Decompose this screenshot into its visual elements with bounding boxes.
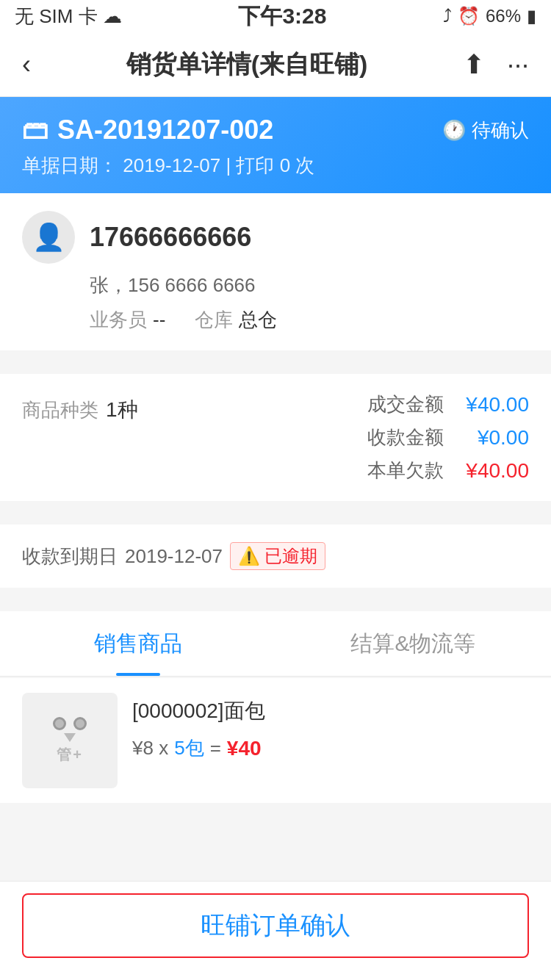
due-label: 收款到期日 bbox=[22, 544, 118, 569]
product-thumbnail: 管+ bbox=[22, 693, 118, 788]
amount-value-2: ¥40.00 bbox=[455, 459, 529, 483]
price-total: ¥40 bbox=[227, 737, 262, 760]
order-date: 单据日期： 2019-12-07 | 打印 0 次 bbox=[22, 153, 529, 179]
product-info: [0000002]面包 ¥8 x 5包 = ¥40 bbox=[132, 693, 529, 761]
battery-icon: ▮ bbox=[527, 6, 536, 26]
customer-top: 👤 17666666666 bbox=[22, 211, 529, 264]
order-doc-icon: 🗃 bbox=[22, 115, 48, 145]
nav-bar: ‹ 销货单详情(来自旺铺) ⬆ ··· bbox=[0, 32, 551, 97]
warehouse-value: 总仓 bbox=[239, 307, 277, 333]
customer-name: 张，156 6666 6666 bbox=[22, 273, 529, 298]
product-name: [0000002]面包 bbox=[132, 697, 529, 725]
divider-2 bbox=[0, 513, 551, 525]
goods-type-label: 商品种类 bbox=[22, 397, 98, 423]
owl-beak bbox=[64, 733, 76, 742]
order-status: 🕐 待确认 bbox=[442, 118, 529, 143]
amount-section: 商品种类 1种 成交金额 ¥40.00 收款金额 ¥0.00 本单欠款 ¥40.… bbox=[0, 374, 551, 501]
amounts-list: 成交金额 ¥40.00 收款金额 ¥0.00 本单欠款 ¥40.00 bbox=[367, 392, 529, 483]
price-base: ¥8 x bbox=[132, 737, 168, 760]
goods-type: 商品种类 1种 bbox=[22, 392, 138, 424]
salesperson-value: -- bbox=[153, 309, 165, 331]
customer-meta: 业务员 -- 仓库 总仓 bbox=[22, 307, 529, 333]
order-header: 🗃 SA-20191207-002 🕐 待确认 单据日期： 2019-12-07… bbox=[0, 97, 551, 193]
person-icon: 👤 bbox=[32, 222, 65, 253]
divider-3 bbox=[0, 599, 551, 611]
tab-label-1: 结算&物流等 bbox=[350, 629, 475, 659]
amount-row-0: 成交金额 ¥40.00 bbox=[367, 392, 529, 417]
price-qty: 5包 bbox=[174, 735, 204, 761]
salesperson-field: 业务员 -- bbox=[90, 307, 165, 333]
customer-section: 👤 17666666666 张，156 6666 6666 业务员 -- 仓库 … bbox=[0, 193, 551, 350]
confirm-order-button[interactable]: 旺铺订单确认 bbox=[22, 893, 529, 958]
page-title: 销货单详情(来自旺铺) bbox=[126, 48, 368, 82]
warehouse-field: 仓库 总仓 bbox=[195, 307, 277, 333]
tabs-section: 销售商品 结算&物流等 bbox=[0, 611, 551, 677]
battery-text: 66% bbox=[486, 6, 521, 26]
back-button[interactable]: ‹ bbox=[22, 49, 31, 80]
owl-eyes bbox=[53, 717, 87, 730]
tabs: 销售商品 结算&物流等 bbox=[0, 611, 551, 676]
tab-sales-goods[interactable]: 销售商品 bbox=[0, 611, 276, 676]
status-right: ⤴ ⏰ 66% ▮ bbox=[443, 6, 536, 26]
bottom-bar: 旺铺订单确认 bbox=[0, 881, 551, 980]
owl-logo: 管+ bbox=[53, 717, 87, 765]
nav-actions: ⬆ ··· bbox=[463, 49, 529, 80]
navigation-icon: ⤴ bbox=[443, 6, 452, 26]
avatar: 👤 bbox=[22, 211, 75, 264]
status-bar: 无 SIM 卡 ☁ 下午3:28 ⤴ ⏰ 66% ▮ bbox=[0, 0, 551, 32]
status-left: 无 SIM 卡 ☁ bbox=[15, 4, 122, 29]
tab-settlement[interactable]: 结算&物流等 bbox=[276, 611, 551, 676]
overdue-badge: ⚠️ 已逾期 bbox=[230, 542, 325, 570]
alarm-icon: ⏰ bbox=[458, 6, 480, 26]
amount-label-2: 本单欠款 bbox=[367, 458, 444, 483]
overdue-text: 已逾期 bbox=[264, 544, 317, 568]
due-date: 2019-12-07 bbox=[125, 545, 223, 568]
tab-label-0: 销售商品 bbox=[94, 629, 182, 659]
order-header-top: 🗃 SA-20191207-002 🕐 待确认 bbox=[22, 115, 529, 145]
warning-icon: ⚠️ bbox=[238, 546, 260, 566]
amount-row-2: 本单欠款 ¥40.00 bbox=[367, 458, 529, 483]
amount-label-0: 成交金额 bbox=[367, 392, 444, 417]
more-icon[interactable]: ··· bbox=[507, 49, 529, 80]
divider-1 bbox=[0, 362, 551, 374]
status-text: 待确认 bbox=[472, 118, 529, 143]
clock-icon: 🕐 bbox=[442, 119, 466, 142]
product-image: 管+ bbox=[22, 693, 118, 788]
salesperson-label: 业务员 bbox=[90, 307, 147, 333]
goods-type-value: 1种 bbox=[106, 396, 138, 424]
amount-value-0: ¥40.00 bbox=[455, 393, 529, 417]
share-icon[interactable]: ⬆ bbox=[463, 49, 485, 80]
price-equals: = bbox=[210, 737, 221, 760]
status-time: 下午3:28 bbox=[238, 1, 326, 32]
product-section: 管+ [0000002]面包 ¥8 x 5包 = ¥40 bbox=[0, 678, 551, 803]
owl-text: 管+ bbox=[57, 745, 83, 765]
order-number: 🗃 SA-20191207-002 bbox=[22, 115, 273, 145]
tab-underline bbox=[116, 673, 160, 676]
amount-value-1: ¥0.00 bbox=[455, 426, 529, 450]
amount-row-1: 收款金额 ¥0.00 bbox=[367, 425, 529, 450]
sim-text: 无 SIM 卡 ☁ bbox=[15, 4, 122, 29]
due-section: 收款到期日 2019-12-07 ⚠️ 已逾期 bbox=[0, 525, 551, 588]
amount-label-1: 收款金额 bbox=[367, 425, 444, 450]
owl-eye-left bbox=[53, 717, 66, 730]
owl-eye-right bbox=[73, 717, 87, 730]
product-item: 管+ [0000002]面包 ¥8 x 5包 = ¥40 bbox=[22, 693, 529, 788]
customer-phone: 17666666666 bbox=[90, 222, 251, 253]
product-price: ¥8 x 5包 = ¥40 bbox=[132, 735, 529, 761]
warehouse-label: 仓库 bbox=[195, 307, 233, 333]
